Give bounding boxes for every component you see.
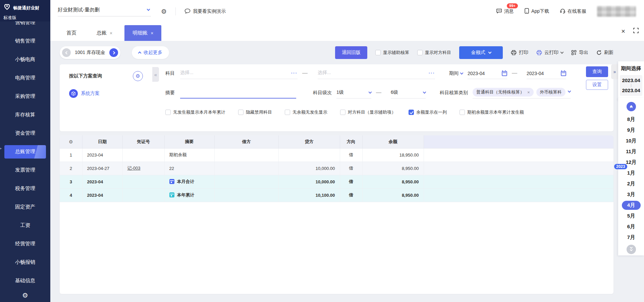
main-content: 1001 库存现金 收起更多 退回旧版 显示辅助核算 显示对方科目 金额式 xyxy=(50,41,644,302)
show-counter-subject-checkbox[interactable]: 显示对方科目 xyxy=(417,50,451,56)
search-button[interactable]: 查询 xyxy=(586,66,608,77)
sidebar-item-总账管理[interactable]: 总账管理 xyxy=(0,142,50,161)
messages-button[interactable]: 消息 99+ xyxy=(496,8,514,15)
subject-to-select[interactable]: 选择... ··· xyxy=(318,70,435,79)
sidebar-item-销售管理[interactable]: 销售管理 xyxy=(0,32,50,50)
month-item-9月[interactable]: 9月 xyxy=(618,125,644,135)
app-download-button[interactable]: App下载 xyxy=(524,8,549,15)
month-item-1月[interactable]: 20231月 xyxy=(618,168,644,178)
close-icon[interactable]: × xyxy=(621,28,625,35)
month-calendar-icon xyxy=(169,179,174,184)
collapse-more-button[interactable]: 收起更多 xyxy=(132,46,169,59)
calendar-icon[interactable] xyxy=(561,71,566,76)
print-button[interactable]: 打印 xyxy=(511,50,528,56)
show-counter-label: 显示对方科目 xyxy=(425,50,451,56)
checkbox-icon xyxy=(238,110,244,115)
sidebar-item-工资[interactable]: 工资 xyxy=(0,216,50,235)
option-checkbox-期初余额显示本年累计发生额[interactable]: 期初余额显示本年累计发生额 xyxy=(460,109,524,115)
scheme-gear-icon[interactable]: ⚙ xyxy=(133,71,143,81)
month-item-11月[interactable]: 11月 xyxy=(618,146,644,157)
month-item-4月[interactable]: 4月 xyxy=(618,200,644,210)
sidebar-item-发票管理[interactable]: 发票管理 xyxy=(0,161,50,179)
table-row[interactable]: 32023-04本月合计10,000.00借8,950.00 xyxy=(60,175,613,188)
sidebar-item-基础信息[interactable]: 基础信息 xyxy=(0,271,50,287)
period-dropdown[interactable]: 期间 xyxy=(449,70,463,79)
prev-subject-button[interactable] xyxy=(62,48,71,57)
column-settings-gear-icon[interactable]: ⚙ xyxy=(60,135,82,148)
subject-from-select[interactable]: 选择... ··· xyxy=(180,70,298,79)
sidebar-item-采购管理[interactable]: 采购管理 xyxy=(0,87,50,106)
sidebar-item-税务管理[interactable]: 税务管理 xyxy=(0,179,50,198)
sidebar-item-固定资产[interactable]: 固定资产 xyxy=(0,198,50,216)
checkbox-icon xyxy=(417,50,423,55)
refresh-button[interactable]: 刷新 xyxy=(596,50,613,56)
tab-close-icon[interactable]: × xyxy=(151,31,153,36)
period-to-field[interactable]: 2023-04 xyxy=(527,71,566,79)
amount-style-dropdown[interactable]: 金额式 xyxy=(459,46,503,59)
scroll-months-down-button[interactable] xyxy=(627,245,636,254)
voucher-link[interactable]: 记-003 xyxy=(127,166,141,171)
month-item-8月[interactable]: 8月 xyxy=(618,114,644,125)
tab-总账[interactable]: 总账× xyxy=(89,25,120,41)
month-item-5月[interactable]: 5月 xyxy=(618,210,644,221)
period-from-field[interactable]: 2023-04 xyxy=(468,71,507,79)
show-aux-checkbox[interactable]: 显示辅助核算 xyxy=(375,50,409,56)
table-row[interactable]: 42023-04本年累计10,100.00借8,950.00 xyxy=(60,188,613,202)
month-item-2月[interactable]: 2月 xyxy=(618,178,644,189)
settings-button[interactable]: 设置 xyxy=(586,80,608,90)
category-tag: 外币核算科 xyxy=(536,88,566,97)
table-row[interactable]: 12023-04期初余额借18,950.00 xyxy=(60,148,613,162)
ellipsis-picker-icon[interactable]: ··· xyxy=(429,70,435,75)
option-checkbox-余额显示在一列[interactable]: 余额显示在一列 xyxy=(409,109,447,115)
period-panel-collapse-handle[interactable]: » xyxy=(611,64,618,79)
sidebar-item-小畅报销[interactable]: 小畅报销 xyxy=(0,253,50,271)
option-checkbox-隐藏禁用科目[interactable]: 隐藏禁用科目 xyxy=(238,109,272,115)
month-item-10月[interactable]: 10月 xyxy=(618,135,644,146)
online-service-label: 在线客服 xyxy=(568,8,586,14)
fullscreen-icon[interactable] xyxy=(633,28,639,35)
export-button[interactable]: 导出 xyxy=(571,50,588,56)
tab-首页[interactable]: 首页 xyxy=(58,25,85,41)
sidebar-item-小畅电商[interactable]: 小畅电商 xyxy=(0,50,50,69)
scroll-months-up-button[interactable] xyxy=(627,102,636,111)
sidebar-item-库存核算[interactable]: 库存核算 xyxy=(0,106,50,124)
ellipsis-picker-icon[interactable]: ··· xyxy=(291,70,298,75)
scheme-pane: 按以下方案查询 ⚙ 系统方案 xyxy=(60,64,148,131)
month-item-3月[interactable]: 3月 xyxy=(618,189,644,200)
calendar-icon[interactable] xyxy=(502,71,507,76)
account-gear-icon[interactable]: ⚙ xyxy=(161,8,167,15)
month-item-6月[interactable]: 6月 xyxy=(618,221,644,232)
period-range-box[interactable]: 2023.04 | 2023.04 xyxy=(620,75,642,96)
level-from-select[interactable]: 1级 xyxy=(336,89,371,99)
sidebar-item-资金管理[interactable]: 资金管理 xyxy=(0,124,50,142)
category-label: 科目核算类别 xyxy=(440,90,468,99)
option-checkbox-对方科目（显示辅助项）[interactable]: 对方科目（显示辅助项） xyxy=(340,109,396,115)
summary-label: 摘要 xyxy=(165,90,175,99)
refresh-icon xyxy=(596,50,602,55)
sidebar-settings-gear-icon[interactable]: ⚙ xyxy=(0,291,50,299)
tab-close-icon[interactable]: × xyxy=(110,31,112,36)
demo-link[interactable]: 我要看实例演示 xyxy=(184,8,226,15)
username-redacted[interactable] xyxy=(597,6,636,17)
cloud-print-dropdown[interactable]: 云打印 xyxy=(536,50,563,56)
sidebar-item-电商管理[interactable]: 电商管理 xyxy=(0,69,50,87)
category-multiselect[interactable]: 普通科目（无特殊核算） × 外币核算科 xyxy=(473,88,571,99)
next-subject-button[interactable] xyxy=(109,48,118,57)
back-to-old-version-button[interactable]: 退回旧版 xyxy=(335,46,367,59)
tab-明细账[interactable]: 明细账× xyxy=(124,25,161,41)
level-to-select[interactable]: 6级 xyxy=(391,89,426,99)
remove-tag-icon[interactable]: × xyxy=(527,90,530,95)
summary-input[interactable] xyxy=(180,90,296,99)
option-checkbox-无发生额显示本月本年累计[interactable]: 无发生额显示本月本年累计 xyxy=(165,109,225,115)
sidebar-expand-arrow-icon[interactable]: ▸ xyxy=(0,146,2,150)
account-select[interactable]: 好业财测试-量勿删 xyxy=(58,7,151,16)
demo-bubble-icon xyxy=(184,8,191,15)
month-item-7月[interactable]: 7月 xyxy=(618,232,644,243)
system-scheme-item[interactable]: 系统方案 xyxy=(69,89,148,98)
table-row[interactable]: 22023-04-27记-0032210,000.00借8,950.00 xyxy=(60,162,613,175)
online-service-button[interactable]: 在线客服 xyxy=(560,8,586,15)
option-checkbox-无余额无发生显示[interactable]: 无余额无发生显示 xyxy=(285,109,327,115)
collapse-pane-handle[interactable]: « xyxy=(152,67,159,82)
sidebar-item-经营管理[interactable]: 经营管理 xyxy=(0,235,50,253)
option-label: 无发生额显示本月本年累计 xyxy=(173,109,225,115)
